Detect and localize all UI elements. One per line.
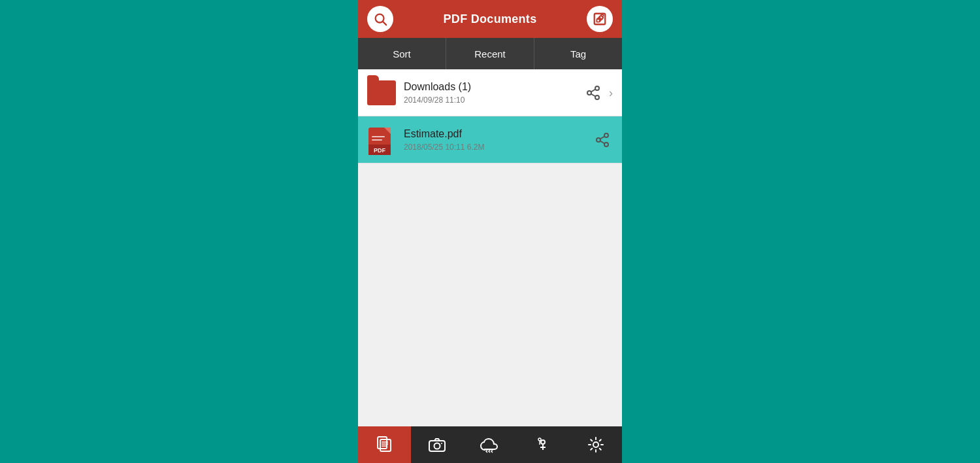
nav-item-cloud[interactable] <box>464 426 517 463</box>
file-name: Estimate.pdf <box>404 128 592 140</box>
file-meta: 2014/09/28 11:10 <box>404 95 583 105</box>
edit-button[interactable] <box>587 6 613 32</box>
file-list: Downloads (1) 2014/09/28 11:10 › <box>358 69 622 426</box>
svg-point-22 <box>593 442 598 447</box>
nav-item-settings[interactable] <box>569 426 622 463</box>
toolbar: Sort Recent Tag <box>358 38 622 69</box>
recent-button[interactable]: Recent <box>446 38 534 69</box>
tag-button[interactable]: Tag <box>534 38 622 69</box>
folder-icon <box>367 78 396 107</box>
share-button[interactable] <box>592 129 613 150</box>
settings-icon <box>587 436 605 454</box>
file-actions <box>592 129 613 150</box>
camera-icon <box>428 436 446 454</box>
file-info: Downloads (1) 2014/09/28 11:10 <box>404 81 583 105</box>
file-meta: 2018/05/25 10:11 6.2M <box>404 143 592 152</box>
svg-rect-9 <box>378 437 387 449</box>
nav-item-camera[interactable] <box>411 426 464 463</box>
svg-rect-8 <box>372 139 382 141</box>
file-name: Downloads (1) <box>404 81 583 93</box>
pdf-icon: PDF <box>368 125 395 155</box>
documents-icon <box>375 436 393 454</box>
search-button[interactable] <box>367 6 393 32</box>
share-button[interactable] <box>583 82 604 103</box>
pdf-file-icon: PDF <box>367 126 396 154</box>
app-title: PDF Documents <box>444 12 537 26</box>
svg-rect-7 <box>372 136 385 137</box>
bottom-nav <box>358 426 622 463</box>
app-container: PDF Documents Sort Recent Tag <box>358 0 622 463</box>
edit-icon <box>593 12 607 26</box>
svg-point-15 <box>434 443 440 449</box>
file-actions: › <box>583 82 613 103</box>
table-row[interactable]: PDF Estimate.pdf 2018/05/25 10:11 6.2M <box>358 116 622 163</box>
nav-item-tools[interactable] <box>516 426 569 463</box>
search-icon <box>373 12 387 26</box>
svg-rect-10 <box>380 439 391 451</box>
nav-item-documents[interactable] <box>358 426 411 463</box>
header: PDF Documents <box>358 0 622 38</box>
cloud-icon <box>480 436 500 454</box>
tools-icon <box>534 436 552 454</box>
svg-rect-14 <box>429 441 445 451</box>
file-info: Estimate.pdf 2018/05/25 10:11 6.2M <box>404 128 592 152</box>
svg-point-17 <box>541 440 545 444</box>
table-row[interactable]: Downloads (1) 2014/09/28 11:10 › <box>358 69 622 116</box>
svg-line-1 <box>383 22 386 25</box>
svg-point-20 <box>538 438 541 441</box>
sort-button[interactable]: Sort <box>358 38 446 69</box>
svg-text:PDF: PDF <box>374 147 386 154</box>
chevron-right-icon: › <box>609 87 613 99</box>
svg-point-16 <box>441 443 442 444</box>
share-icon <box>595 132 610 148</box>
share-icon <box>585 85 601 101</box>
